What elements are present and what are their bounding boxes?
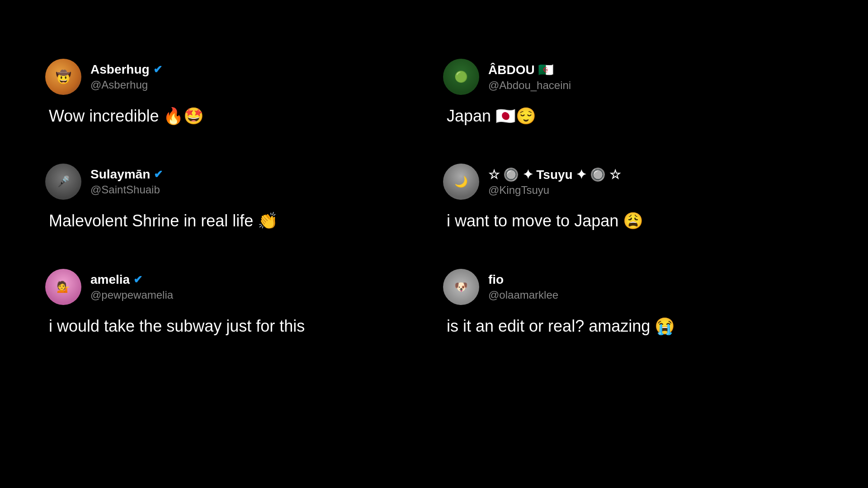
display-name-tsuyu: ☆ 🔘 ✦ Tsuyu ✦ 🔘 ☆ [488, 167, 621, 182]
avatar-fio: 🐶 [443, 269, 479, 305]
name-text-tsuyu: ☆ 🔘 ✦ Tsuyu ✦ 🔘 ☆ [488, 167, 621, 182]
user-row-amelia: 💁 amelia ✔ @pewpewamelia [45, 269, 407, 305]
user-row-abdou: 🟢 ÂBDOU 🇩🇿 @Abdou_haceini [443, 59, 805, 95]
comment-fio: 🐶 fio @olaamarklee is it an edit or real… [434, 255, 832, 351]
name-text-fio: fio [488, 272, 504, 287]
display-name-abdou: ÂBDOU 🇩🇿 [488, 62, 571, 77]
username-asberhug: @Asberhug [90, 79, 162, 91]
comment-abdou: 🟢 ÂBDOU 🇩🇿 @Abdou_haceini Japan 🇯🇵😌 [434, 45, 832, 141]
user-info-abdou: ÂBDOU 🇩🇿 @Abdou_haceini [488, 62, 571, 92]
comment-text-fio: is it an edit or real? amazing 😭 [443, 315, 805, 338]
display-name-fio: fio [488, 272, 558, 287]
display-name-sulayman: Sulaymān ✔ [90, 167, 163, 182]
verified-icon-asberhug: ✔ [153, 63, 162, 76]
comment-text-asberhug: Wow incredible 🔥🤩 [45, 105, 407, 127]
name-text-sulayman: Sulaymān [90, 167, 150, 182]
left-column: 🤠 Asberhug ✔ @Asberhug Wow incredible 🔥🤩… [36, 45, 434, 351]
avatar-amelia: 💁 [45, 269, 81, 305]
user-info-sulayman: Sulaymān ✔ @SaintShuaib [90, 167, 163, 196]
user-row-sulayman: 🎤 Sulaymān ✔ @SaintShuaib [45, 164, 407, 200]
comment-amelia: 💁 amelia ✔ @pewpewamelia i would take th… [36, 255, 434, 351]
username-abdou: @Abdou_haceini [488, 79, 571, 92]
avatar-asberhug: 🤠 [45, 59, 81, 95]
comment-sulayman: 🎤 Sulaymān ✔ @SaintShuaib Malevolent Shr… [36, 150, 434, 246]
display-name-asberhug: Asberhug ✔ [90, 62, 162, 77]
comment-asberhug: 🤠 Asberhug ✔ @Asberhug Wow incredible 🔥🤩 [36, 45, 434, 141]
user-info-amelia: amelia ✔ @pewpewamelia [90, 272, 173, 301]
user-info-fio: fio @olaamarklee [488, 272, 558, 301]
username-amelia: @pewpewamelia [90, 289, 173, 301]
name-text-abdou: ÂBDOU 🇩🇿 [488, 62, 554, 77]
comment-text-tsuyu: i want to move to Japan 😩 [443, 210, 805, 232]
username-fio: @olaamarklee [488, 289, 558, 301]
verified-icon-amelia: ✔ [133, 273, 142, 286]
avatar-sulayman: 🎤 [45, 164, 81, 200]
comment-text-sulayman: Malevolent Shrine in real life 👏 [45, 210, 407, 232]
username-tsuyu: @KingTsuyu [488, 184, 621, 197]
comment-text-abdou: Japan 🇯🇵😌 [443, 105, 805, 127]
user-row-tsuyu: 🌙 ☆ 🔘 ✦ Tsuyu ✦ 🔘 ☆ @KingTsuyu [443, 164, 805, 200]
name-text-amelia: amelia [90, 272, 130, 287]
comments-grid: 🤠 Asberhug ✔ @Asberhug Wow incredible 🔥🤩… [0, 0, 868, 351]
user-row-fio: 🐶 fio @olaamarklee [443, 269, 805, 305]
user-info-tsuyu: ☆ 🔘 ✦ Tsuyu ✦ 🔘 ☆ @KingTsuyu [488, 167, 621, 197]
user-row-asberhug: 🤠 Asberhug ✔ @Asberhug [45, 59, 407, 95]
user-info-asberhug: Asberhug ✔ @Asberhug [90, 62, 162, 91]
avatar-abdou: 🟢 [443, 59, 479, 95]
comment-text-amelia: i would take the subway just for this [45, 315, 407, 338]
comment-tsuyu: 🌙 ☆ 🔘 ✦ Tsuyu ✦ 🔘 ☆ @KingTsuyu i want to… [434, 150, 832, 246]
verified-icon-sulayman: ✔ [154, 168, 163, 181]
avatar-tsuyu: 🌙 [443, 164, 479, 200]
username-sulayman: @SaintShuaib [90, 183, 163, 196]
name-text-asberhug: Asberhug [90, 62, 150, 77]
right-column: 🟢 ÂBDOU 🇩🇿 @Abdou_haceini Japan 🇯🇵😌 🌙 [434, 45, 832, 351]
display-name-amelia: amelia ✔ [90, 272, 173, 287]
